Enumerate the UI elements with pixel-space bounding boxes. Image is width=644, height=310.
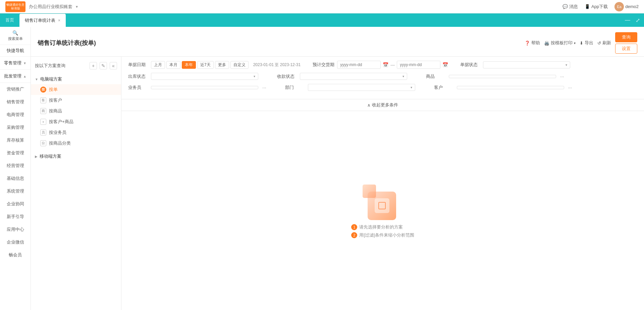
expected-date-start-input[interactable] [337,61,381,69]
scheme-item-by-category[interactable]: 分 按商品分类 [31,138,121,149]
print-icon: 🖨️ [544,41,549,46]
chevron-up-icon: ∧ [367,103,371,108]
sidebar-section-wholesale: 批发管理 ▲ [0,70,31,83]
by-category-icon: 分 [40,140,46,146]
sidebar-item-ecommerce[interactable]: 电商管理 [0,108,31,121]
sidebar-search[interactable]: 🔍 搜索菜单 [0,27,31,45]
date-btn-lastmonth[interactable]: 上月 [151,61,165,69]
scheme-item-by-customer-product[interactable]: + 按客户+商品 [31,116,121,127]
staff-select[interactable] [151,86,258,89]
add-scheme-button[interactable]: + [90,62,97,69]
main-layout: 🔍 搜索菜单 快捷导航 零售管理 ▼ 批发管理 ▲ 营销推广 销售管理 电商管理 [0,27,644,310]
sidebar-item-membership[interactable]: 畅会员 [0,249,31,261]
status-select[interactable]: ▾ [483,61,570,68]
right-content: 单据日期 上月 本月 本年 近7天 更多 自定义 2023-01-01 至 20… [121,57,644,310]
app-download-button[interactable]: 📱 App下载 [585,4,608,10]
product-ellipsis-icon[interactable]: ··· [560,74,564,79]
customer-ellipsis-icon[interactable]: ··· [568,85,572,90]
sidebar-item-inventory[interactable]: 库存核算 [0,134,31,147]
top-bar-right: 💬 消息 📱 App下载 Ea demo2 [562,2,639,11]
left-panel-icons: + ✎ « [90,62,117,69]
sidebar-item-wholesale[interactable]: 批发管理 ▲ [0,70,31,83]
dept-label: 部门 [285,85,305,91]
by-customer-icon: 客 [40,97,46,103]
date-btn-more[interactable]: 更多 [215,61,229,69]
message-icon: 💬 [562,4,568,9]
filter-payment-group: 收款状态 ▾ [277,73,407,80]
sidebar-item-operations[interactable]: 经营管理 [0,159,31,172]
query-button[interactable]: 查询 [615,32,637,42]
message-button[interactable]: 💬 消息 [562,4,578,10]
scheme-item-by-staff[interactable]: 员 按业务员 [31,127,121,138]
date-btn-custom[interactable]: 自定义 [230,61,249,69]
sidebar-item-finance[interactable]: 资金管理 [0,147,31,159]
status-select-arrow-icon: ▾ [566,63,567,67]
panel-layout: 按以下方案查询 + ✎ « [31,57,644,310]
sidebar-item-basic-info[interactable]: 基础信息 [0,172,31,185]
left-panel: 按以下方案查询 + ✎ « [31,57,121,310]
date-btn-thisyear[interactable]: 本年 [182,61,196,69]
help-button[interactable]: ❓ 帮助 [525,40,540,46]
refresh-button[interactable]: ↺ 刷新 [597,40,611,46]
ship-status-select[interactable]: ▾ [151,73,258,80]
by-customer-product-icon: + [40,119,46,125]
customer-select[interactable] [457,86,564,89]
calendar-start-icon[interactable]: 📅 [383,62,388,67]
sidebar-item-marketing[interactable]: 营销推广 [0,83,31,96]
filter-expected-date-group: 预计交货期 📅 — 📅 [313,61,448,69]
payment-status-select[interactable]: ▾ [300,73,407,80]
user-menu[interactable]: Ea demo2 [614,2,639,11]
app-title-arrow[interactable]: ▾ [76,4,78,9]
settings-button[interactable]: 设置 [615,44,637,54]
tab-close-icon[interactable]: × [58,18,60,23]
filter-ship-group: 出库状态 ▾ [128,73,258,80]
pc-group-expand-icon: ▼ [35,78,38,81]
sidebar-item-sales[interactable]: 销售管理 [0,96,31,108]
product-select[interactable] [449,75,556,78]
expected-date-end-input[interactable] [397,61,440,69]
collapse-button[interactable]: ∧ 收起更多条件 [367,102,398,108]
scheme-group-mobile-header[interactable]: ▶ 移动端方案 [31,151,121,161]
tab-minimize-button[interactable]: — [624,16,632,24]
scheme-item-by-customer[interactable]: 客 按客户 [31,95,121,106]
brand-logo: 畅捷通好生意 标准版 [5,1,25,12]
export-button[interactable]: ⬇ 导出 [580,40,593,46]
tab-home[interactable]: 首页 [0,13,19,27]
sidebar-item-system[interactable]: 系统管理 [0,185,31,198]
app-title: 办公用品行业模拟账套 [29,4,72,10]
empty-state: 1 请先选择要分析的方案 2 用[过滤]条件来缩小分析范围 [121,111,644,310]
ship-status-label: 出库状态 [128,73,148,80]
sidebar-item-purchase[interactable]: 采购管理 [0,121,31,134]
date-shortcuts: 上月 本月 本年 近7天 更多 自定义 [151,61,249,69]
scheme-item-by-order[interactable]: 按 按单 [31,84,121,95]
sidebar-item-appcenter[interactable]: 应用中心 [0,223,31,236]
sidebar-item-enterprise[interactable]: 企业协同 [0,198,31,210]
calendar-end-icon[interactable]: 📅 [442,62,448,67]
avatar: Ea [614,2,624,11]
collapse-panel-button[interactable]: « [110,62,117,69]
template-print-button[interactable]: 🖨️ 按模板打印 ▾ [544,40,576,46]
staff-ellipsis-icon[interactable]: ··· [262,85,266,90]
date-btn-7days[interactable]: 近7天 [197,61,214,69]
filter-product-group: 商品 ··· [426,73,564,80]
mobile-group-expand-icon: ▶ [35,155,38,158]
collapse-bar: ∧ 收起更多条件 [121,99,644,111]
date-dash: — [390,62,395,67]
top-bar: 畅捷通好生意 标准版 办公用品行业模拟账套 ▾ 💬 消息 📱 App下载 Ea … [0,0,644,13]
date-btn-thismonth[interactable]: 本月 [166,61,180,69]
payment-select-arrow-icon: ▾ [402,74,404,78]
scheme-item-by-product[interactable]: 商 按商品 [31,106,121,116]
sidebar-quick-nav[interactable]: 快捷导航 [0,45,31,57]
sidebar-item-wechat[interactable]: 企业微信 [0,236,31,249]
scheme-group-mobile: ▶ 移动端方案 [31,150,121,163]
help-icon: ❓ [525,41,530,46]
dept-select[interactable]: ▾ [308,84,415,91]
tab-sales-order[interactable]: 销售订单统计表 × [19,14,66,27]
dept-select-arrow-icon: ▾ [411,86,412,89]
sidebar-item-retail[interactable]: 零售管理 ▼ [0,57,31,69]
edit-scheme-button[interactable]: ✎ [100,62,107,69]
scheme-group-pc-header[interactable]: ▼ 电脑端方案 [31,74,121,84]
tab-bar-actions: — ⤢ [624,16,644,25]
tab-maximize-button[interactable]: ⤢ [634,16,641,25]
sidebar-item-newuser[interactable]: 新手引导 [0,210,31,223]
